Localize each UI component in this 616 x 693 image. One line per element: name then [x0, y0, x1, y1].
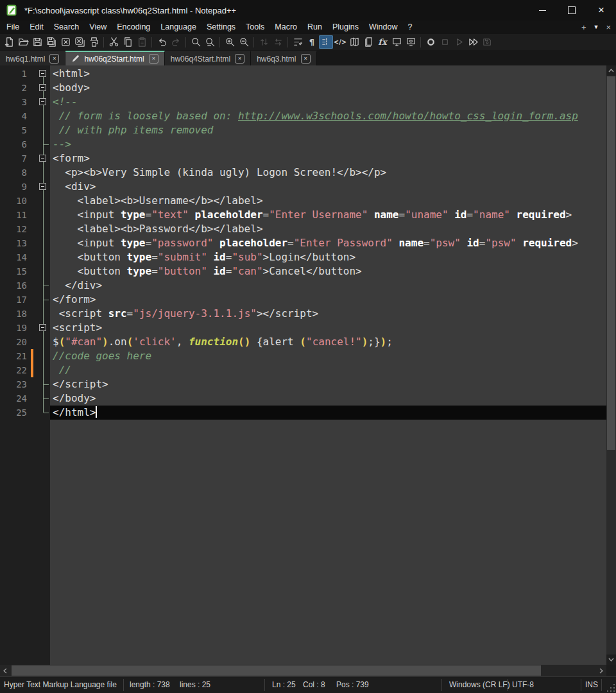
tag-pair-icon[interactable]: </>: [333, 35, 347, 49]
minimize-button[interactable]: [527, 0, 557, 21]
sync-vertical-icon[interactable]: [257, 35, 271, 49]
show-all-characters-icon[interactable]: ¶: [305, 35, 319, 49]
menu-plugins[interactable]: Plugins: [327, 21, 364, 34]
menu-search[interactable]: Search: [49, 21, 85, 34]
code-text[interactable]: <script>: [50, 321, 606, 335]
menu-macro[interactable]: Macro: [270, 21, 302, 34]
tab-close-icon[interactable]: ×: [149, 54, 158, 64]
scroll-right-arrow-icon[interactable]: [596, 665, 606, 676]
menu-settings[interactable]: Settings: [201, 21, 241, 34]
code-line[interactable]: 2<body>: [0, 81, 606, 95]
code-text[interactable]: <button type="button" id="can">Cancel</b…: [50, 264, 606, 278]
zoom-in-icon[interactable]: [223, 35, 237, 49]
menu-tools[interactable]: Tools: [241, 21, 270, 34]
close-all-icon[interactable]: [73, 35, 87, 49]
plus-icon[interactable]: +: [581, 21, 586, 34]
macro-run-multiple-icon[interactable]: [466, 35, 480, 49]
tab-hw6q1.html[interactable]: hw6q1.html×: [0, 51, 65, 65]
tab-close-icon[interactable]: ×: [49, 54, 59, 64]
code-text[interactable]: // with php items removed: [50, 123, 606, 137]
code-text[interactable]: </html>: [50, 406, 606, 420]
fold-margin[interactable]: [37, 95, 50, 109]
undo-icon[interactable]: [155, 35, 169, 49]
code-line[interactable]: 15 <button type="button" id="can">Cancel…: [0, 264, 606, 278]
scroll-left-arrow-icon[interactable]: [0, 665, 10, 676]
code-editor[interactable]: 1<html>2<body>3<!--4 // form is loosely …: [0, 65, 606, 665]
code-line[interactable]: 16 </div>: [0, 278, 606, 293]
maximize-button[interactable]: [557, 0, 586, 21]
fold-margin[interactable]: [37, 151, 50, 166]
vertical-scrollbar[interactable]: [606, 65, 616, 665]
zoom-out-icon[interactable]: [237, 35, 251, 49]
monitor-icon[interactable]: [389, 35, 404, 49]
fold-margin[interactable]: [37, 180, 50, 194]
code-text[interactable]: <!--: [50, 95, 606, 109]
code-text[interactable]: <html>: [50, 67, 606, 81]
code-line[interactable]: 18 <script src="js/jquery-3.1.1.js"></sc…: [0, 307, 606, 321]
code-text[interactable]: <script src="js/jquery-3.1.1.js"></scrip…: [50, 307, 606, 321]
save-all-icon[interactable]: [44, 35, 58, 49]
code-text[interactable]: <div>: [50, 180, 606, 194]
status-encoding[interactable]: UTF-8: [512, 680, 534, 689]
code-line[interactable]: 13 <input type="password" placeholder="E…: [0, 236, 606, 250]
open-file-icon[interactable]: [16, 35, 30, 49]
code-line[interactable]: 14 <button type="submit" id="sub">Login<…: [0, 250, 606, 264]
code-text[interactable]: <input type="password" placeholder="Ente…: [50, 236, 606, 250]
document-peek-icon[interactable]: [404, 35, 418, 49]
code-text[interactable]: <label><b>Username</b></label>: [50, 194, 606, 208]
horizontal-scrollbar[interactable]: [0, 665, 606, 676]
macro-save-icon[interactable]: [480, 35, 494, 49]
code-line[interactable]: 5 // with php items removed: [0, 123, 606, 137]
chevron-down-icon[interactable]: ▼: [593, 21, 599, 34]
find-icon[interactable]: [189, 35, 203, 49]
code-line[interactable]: 8 <p><b>Very Simple (kinda ugly) Logon S…: [0, 166, 606, 180]
code-text[interactable]: <body>: [50, 81, 606, 95]
menu-[interactable]: ?: [402, 21, 417, 34]
macro-stop-icon[interactable]: [438, 35, 452, 49]
code-text[interactable]: </form>: [50, 293, 606, 307]
code-line[interactable]: 1<html>: [0, 67, 606, 81]
code-text[interactable]: $("#can").on('click', function() {alert …: [50, 335, 606, 349]
menu-encoding[interactable]: Encoding: [112, 21, 155, 34]
tab-hw06q4Start.html[interactable]: hw06q4Start.html×: [165, 51, 251, 65]
code-line[interactable]: 17</form>: [0, 293, 606, 307]
fold-margin[interactable]: [37, 67, 50, 81]
code-text[interactable]: <label><b>Password</b></label>: [50, 222, 606, 236]
menu-file[interactable]: File: [1, 21, 24, 34]
menu-language[interactable]: Language: [155, 21, 201, 34]
tab-hw06q2Start.html[interactable]: hw06q2Start.html×: [65, 51, 164, 65]
redo-icon[interactable]: [169, 35, 183, 49]
code-line[interactable]: 23</script>: [0, 377, 606, 391]
document-list-icon[interactable]: [361, 35, 375, 49]
cut-icon[interactable]: [107, 35, 121, 49]
scroll-up-arrow-icon[interactable]: [606, 65, 616, 76]
tab-close-icon[interactable]: ×: [235, 54, 244, 64]
menu-window[interactable]: Window: [364, 21, 402, 34]
new-file-icon[interactable]: [2, 35, 16, 49]
replace-icon[interactable]: [203, 35, 217, 49]
word-wrap-icon[interactable]: [291, 35, 305, 49]
tab-close-icon[interactable]: ×: [301, 54, 311, 64]
code-line[interactable]: 12 <label><b>Password</b></label>: [0, 222, 606, 236]
code-text[interactable]: <form>: [50, 151, 606, 166]
status-eol-format[interactable]: Windows (CR LF): [449, 680, 510, 689]
code-text[interactable]: //code goes here: [50, 349, 606, 363]
status-insert-mode[interactable]: INS: [585, 680, 598, 689]
function-list-icon[interactable]: fx: [375, 35, 389, 49]
close-button[interactable]: ×: [586, 0, 616, 21]
scroll-down-arrow-icon[interactable]: [606, 654, 616, 665]
save-file-icon[interactable]: [30, 35, 44, 49]
code-text[interactable]: // form is loosely based on: http://www.…: [50, 109, 606, 123]
code-line[interactable]: 25</html>: [0, 406, 606, 420]
code-line[interactable]: 24</body>: [0, 391, 606, 406]
code-text[interactable]: </body>: [50, 391, 606, 406]
code-text[interactable]: <input type="text" placeholder="Enter Us…: [50, 208, 606, 222]
resize-grip[interactable]: [606, 683, 615, 692]
sync-horizontal-icon[interactable]: [271, 35, 285, 49]
code-line[interactable]: 6-->: [0, 137, 606, 151]
close-icon[interactable]: ×: [606, 21, 611, 34]
code-line[interactable]: 21//code goes here: [0, 349, 606, 363]
code-line[interactable]: 3<!--: [0, 95, 606, 109]
fold-margin[interactable]: [37, 81, 50, 95]
macro-record-icon[interactable]: [424, 35, 438, 49]
